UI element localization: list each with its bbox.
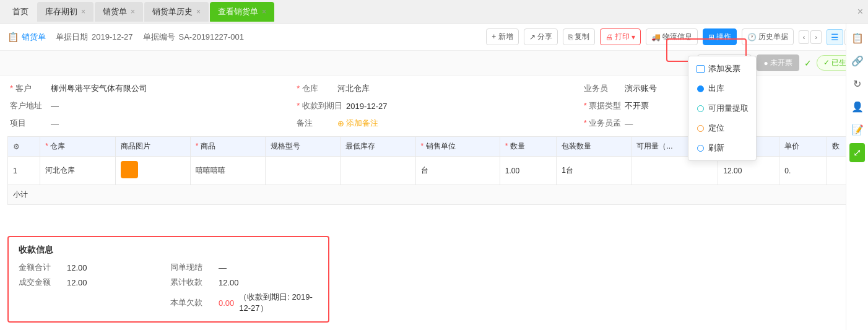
col-min-stock: 最低库存 bbox=[341, 137, 415, 157]
col-unit: * 销售单位 bbox=[415, 137, 500, 157]
sidebar-note-icon[interactable]: 📝 bbox=[848, 120, 867, 139]
row-product-img bbox=[115, 157, 190, 185]
salesperson-value: 演示账号 bbox=[625, 83, 657, 94]
warehouse-label: 仓库 bbox=[297, 83, 334, 94]
new-button[interactable]: + 新增 bbox=[486, 28, 518, 45]
ticket-value: 不开票 bbox=[625, 100, 649, 111]
share-icon: ↗ bbox=[529, 33, 536, 41]
subtotal-row: 小计 bbox=[8, 185, 861, 205]
col-gear[interactable]: ⚙ bbox=[8, 137, 40, 157]
tab-sales-history[interactable]: 销货单历史 × bbox=[144, 2, 209, 22]
sidebar-expand-icon[interactable]: ⤢ bbox=[849, 143, 865, 162]
transaction-row: 成交金额 12.00 bbox=[19, 277, 167, 288]
ticket-icon: ● bbox=[763, 59, 768, 67]
tab-close-sales[interactable]: × bbox=[131, 7, 135, 16]
prev-button[interactable]: ‹ bbox=[799, 30, 810, 44]
col-pack-qty: 包装数量 bbox=[557, 137, 631, 157]
done-check-icon: ✓ bbox=[804, 58, 812, 68]
transaction-label: 成交金额 bbox=[19, 277, 62, 288]
customer-value: 柳州粤港平安气体有限公司 bbox=[51, 83, 147, 94]
sidebar-user-icon[interactable]: 👤 bbox=[848, 97, 867, 116]
share-button[interactable]: ↗ 分享 bbox=[524, 28, 558, 45]
col-spec: 规格型号 bbox=[266, 137, 341, 157]
address-value: — bbox=[51, 102, 59, 111]
dropdown-locate[interactable]: 定位 bbox=[688, 118, 756, 138]
tab-close-view[interactable]: × bbox=[262, 7, 266, 16]
project-field: 项目 — bbox=[10, 118, 284, 129]
due-date-label: 收款到期日 bbox=[297, 100, 342, 111]
product-image bbox=[121, 161, 138, 178]
warehouse-field: 仓库 河北仓库 bbox=[297, 83, 571, 94]
tab-sales-order[interactable]: 销货单 × bbox=[95, 2, 143, 22]
date-value: 2019-12-27 bbox=[92, 32, 133, 41]
col-product-img: 商品图片 bbox=[115, 137, 190, 157]
add-note-button[interactable]: ⊕ 添加备注 bbox=[337, 118, 378, 129]
dropdown-refresh[interactable]: 刷新 bbox=[688, 138, 756, 158]
col-product: * 商品 bbox=[190, 137, 265, 157]
grid-icon: ⊞ bbox=[708, 33, 714, 41]
settings-icon[interactable]: ⚙ bbox=[13, 142, 20, 151]
row-price: 0. bbox=[779, 157, 827, 185]
right-sidebar: 📋 🔗 ↻ 👤 📝 ⤢ bbox=[846, 24, 868, 330]
sidebar-link-icon[interactable]: 🔗 bbox=[848, 51, 867, 71]
warehouse-value: 河北仓库 bbox=[337, 83, 370, 94]
cumulative-value: 12.00 bbox=[219, 278, 239, 287]
tab-view-sales[interactable]: 查看销货单 × bbox=[210, 2, 274, 22]
address-field: 客户地址 — bbox=[10, 100, 284, 111]
sidebar-refresh-icon[interactable]: ↻ bbox=[849, 74, 865, 93]
cumulative-label: 累计收款 bbox=[170, 277, 214, 288]
print-dropdown-arrow: ▾ bbox=[631, 33, 635, 41]
address-label: 客户地址 bbox=[10, 100, 47, 111]
refresh-icon bbox=[696, 144, 705, 152]
due-hint: （收款到期日: 2019-12-27） bbox=[239, 292, 318, 314]
project-value: — bbox=[51, 119, 59, 128]
tab-inventory-init[interactable]: 库存期初 × bbox=[37, 2, 93, 22]
tab-home[interactable]: 首页 bbox=[5, 2, 36, 22]
dropdown-add-invoice[interactable]: 添加发票 bbox=[688, 59, 756, 79]
copy-button[interactable]: ⎘ 复制 bbox=[563, 28, 595, 45]
operate-button[interactable]: ⊞ 操作 bbox=[703, 28, 737, 45]
date-label: 单据日期 bbox=[56, 32, 88, 43]
nav-arrows: ‹ › bbox=[799, 30, 822, 44]
ticket-label: 票据类型 bbox=[584, 100, 622, 111]
tab-close-inventory[interactable]: × bbox=[81, 7, 85, 16]
doc-meta-number: 单据编号 SA-20191227-001 bbox=[143, 32, 245, 43]
operate-dropdown: 添加发票 出库 可用量提取 定位 刷新 bbox=[688, 56, 757, 161]
payment-section: 收款信息 金额合计 12.00 同单现结 — 成交金额 12.00 累计收款 1… bbox=[7, 236, 329, 323]
next-button[interactable]: › bbox=[810, 30, 822, 44]
number-value: SA-20191227-001 bbox=[179, 32, 245, 41]
logistics-button[interactable]: 🚚 物流信息 bbox=[646, 28, 698, 45]
dropdown-outbound[interactable]: 出库 bbox=[688, 79, 756, 98]
window-close-button[interactable]: × bbox=[857, 6, 863, 17]
tab-close-history[interactable]: × bbox=[196, 7, 201, 16]
row-min-stock bbox=[341, 157, 415, 185]
print-button[interactable]: 🖨 打印 ▾ bbox=[600, 28, 641, 45]
total-row: 金额合计 12.00 bbox=[19, 262, 167, 273]
row-index: 1 bbox=[8, 157, 40, 185]
same-order-value: — bbox=[219, 263, 227, 272]
cumulative-row: 累计收款 12.00 bbox=[170, 277, 318, 288]
note-field: 备注 ⊕ 添加备注 bbox=[297, 118, 571, 129]
row-pack-qty: 1台 bbox=[557, 157, 631, 185]
history-button[interactable]: 🕐 历史单据 bbox=[742, 28, 794, 45]
payment-title: 收款信息 bbox=[19, 245, 318, 256]
debt-label: 本单欠款 bbox=[170, 297, 214, 308]
plus-icon: ⊕ bbox=[337, 119, 344, 128]
salesperson2-label: 业务员孟 bbox=[584, 118, 622, 129]
total-value: 12.00 bbox=[67, 263, 87, 272]
list-view-button[interactable]: ☰ bbox=[827, 29, 843, 45]
row-qty: 1.00 bbox=[500, 157, 556, 185]
col-qty: * 数量 bbox=[500, 137, 556, 157]
row-product-name: 嘻嘻嘻嘻 bbox=[190, 157, 265, 185]
add-invoice-icon bbox=[696, 64, 705, 73]
doc-header: 📋 销货单 单据日期 2019-12-27 单据编号 SA-20191227-0… bbox=[0, 24, 868, 51]
sidebar-copy-icon[interactable]: 📋 bbox=[848, 28, 867, 48]
dropdown-available-qty[interactable]: 可用量提取 bbox=[688, 98, 756, 118]
salesperson-label: 业务员 bbox=[584, 83, 621, 94]
customer-field: 客户 柳州粤港平安气体有限公司 bbox=[10, 83, 284, 94]
tab-bar: 首页 库存期初 × 销货单 × 销货单历史 × 查看销货单 × × bbox=[0, 0, 868, 24]
not-open-button[interactable]: ● 未开票 bbox=[757, 54, 799, 71]
truck-icon: 🚚 bbox=[651, 33, 661, 41]
due-date-value: 2019-12-27 bbox=[346, 102, 388, 111]
customer-label: 客户 bbox=[10, 83, 47, 94]
